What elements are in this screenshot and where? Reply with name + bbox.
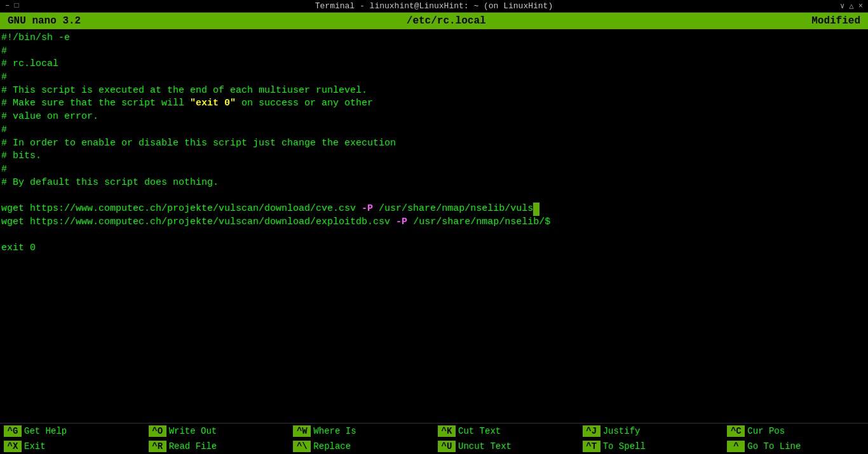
shortcut-key-x: ^X <box>4 441 22 452</box>
line-9: # In order to enable or disable this scr… <box>1 137 867 150</box>
line-11: # <box>1 163 867 177</box>
shortcut-label-justify: Justify <box>603 426 641 436</box>
shortcut-justify[interactable]: ^J Justify <box>579 424 724 439</box>
title-bar: – □ Terminal - linuxhint@LinuxHint: ~ (o… <box>0 0 868 13</box>
shortcut-write-out[interactable]: ^O Write Out <box>145 424 290 439</box>
shortcut-key-k: ^K <box>438 425 456 437</box>
line-7: # value on error. <box>1 110 867 124</box>
terminal-title: Terminal - linuxhint@LinuxHint: ~ (on Li… <box>315 1 553 11</box>
shortcut-uncut-text[interactable]: ^U Uncut Text <box>434 439 579 454</box>
nano-header: GNU nano 3.2 /etc/rc.local Modified <box>0 13 868 29</box>
shortcut-key-r: ^R <box>149 441 166 452</box>
shortcut-label-go-to-line: Go To Line <box>747 441 801 451</box>
shortcut-label-read-file: Read File <box>169 441 217 451</box>
shortcut-replace[interactable]: ^\ Replace <box>289 439 434 454</box>
shortcut-key-u: ^U <box>438 441 456 452</box>
shortcut-label-cut-text: Cut Text <box>458 426 501 436</box>
line-6: # Make sure that the script will "exit 0… <box>1 97 867 110</box>
shortcut-label-get-help: Get Help <box>24 426 67 436</box>
nano-status: Modified <box>811 15 860 27</box>
shortcut-go-to-line[interactable]: ^ Go To Line <box>723 439 868 454</box>
shortcut-label-replace: Replace <box>313 441 351 451</box>
line-17: exit 0 <box>1 242 867 255</box>
line-15: wget https://www.computec.ch/projekte/vu… <box>1 216 867 229</box>
shortcut-key-c: ^C <box>727 425 745 437</box>
shortcut-where-is[interactable]: ^W Where Is <box>289 424 434 439</box>
line-1: #!/bin/sh -e <box>1 32 867 45</box>
shortcut-read-file[interactable]: ^R Read File <box>145 439 290 454</box>
shortcut-label-where-is: Where Is <box>313 426 356 436</box>
line-2: # <box>1 45 867 58</box>
shortcut-exit[interactable]: ^X Exit <box>0 439 145 454</box>
shortcut-label-to-spell: To Spell <box>603 441 646 451</box>
shortcuts-bar: ^G Get Help ^O Write Out ^W Where Is ^K … <box>0 423 868 454</box>
shortcut-key-j: ^J <box>583 425 600 437</box>
line-3: # rc.local <box>1 58 867 71</box>
shortcut-cut-text[interactable]: ^K Cut Text <box>434 424 579 439</box>
line-8: # <box>1 124 867 137</box>
shortcut-key-o: ^O <box>149 425 166 437</box>
shortcut-label-cur-pos: Cur Pos <box>747 426 785 436</box>
line-10: # bits. <box>1 150 867 163</box>
shortcut-key-g: ^G <box>4 425 22 437</box>
shortcut-key-w: ^W <box>293 425 311 437</box>
shortcut-label-uncut-text: Uncut Text <box>458 441 512 451</box>
nano-version: GNU nano 3.2 <box>8 15 81 27</box>
line-13 <box>1 189 867 203</box>
line-5: # This script is executed at the end of … <box>1 84 867 98</box>
window-controls-right[interactable]: ∨ △ × <box>840 1 863 11</box>
line-4: # <box>1 71 867 84</box>
line-12: # By default this script does nothing. <box>1 177 867 190</box>
shortcut-get-help[interactable]: ^G Get Help <box>0 424 145 439</box>
line-14: wget https://www.computec.ch/projekte/vu… <box>1 203 867 216</box>
shortcut-key-t: ^T <box>583 441 600 452</box>
editor-area[interactable]: #!/bin/sh -e # # rc.local # # This scrip… <box>0 29 868 423</box>
shortcut-label-write-out: Write Out <box>169 426 217 436</box>
shortcut-to-spell[interactable]: ^T To Spell <box>579 439 724 454</box>
shortcut-key-caret: ^ <box>727 441 745 452</box>
line-16 <box>1 229 867 242</box>
shortcut-label-exit: Exit <box>24 441 46 451</box>
window-controls-left[interactable]: – □ <box>5 1 19 10</box>
shortcut-cur-pos[interactable]: ^C Cur Pos <box>723 424 868 439</box>
shortcut-key-backslash: ^\ <box>293 441 311 452</box>
nano-filename: /etc/rc.local <box>407 15 486 27</box>
